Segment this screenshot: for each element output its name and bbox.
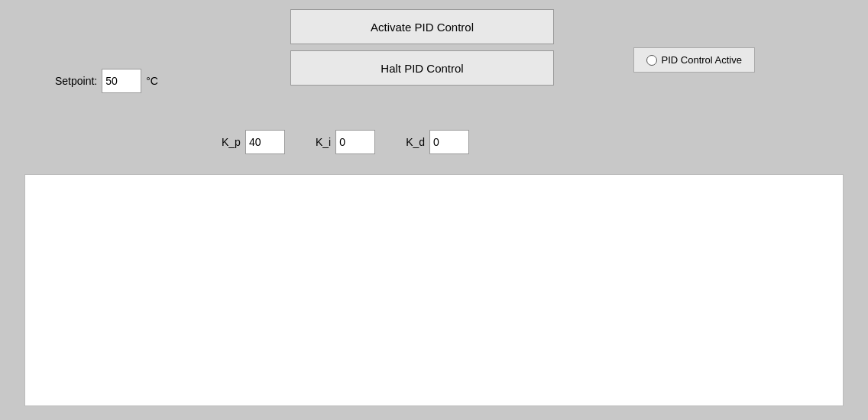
halt-pid-button[interactable]: Halt PID Control bbox=[290, 50, 554, 86]
radio-icon bbox=[646, 55, 657, 66]
pid-status-indicator: PID Control Active bbox=[633, 47, 756, 73]
kd-group: K_d bbox=[406, 130, 469, 154]
setpoint-label: Setpoint: bbox=[55, 75, 97, 87]
ki-label: K_i bbox=[316, 136, 331, 148]
kd-label: K_d bbox=[406, 136, 425, 148]
kd-input[interactable] bbox=[429, 130, 469, 154]
setpoint-input[interactable] bbox=[102, 69, 141, 93]
kp-input[interactable] bbox=[245, 130, 285, 154]
ki-input[interactable] bbox=[335, 130, 375, 154]
chart-area bbox=[24, 174, 844, 406]
unit-label: °C bbox=[146, 75, 158, 87]
ki-group: K_i bbox=[316, 130, 375, 154]
pid-gains-area: K_p K_i K_d bbox=[222, 130, 469, 154]
kp-label: K_p bbox=[222, 136, 241, 148]
setpoint-area: Setpoint: °C bbox=[55, 69, 158, 93]
pid-status-label: PID Control Active bbox=[662, 54, 743, 66]
activate-pid-button[interactable]: Activate PID Control bbox=[290, 9, 554, 44]
kp-group: K_p bbox=[222, 130, 285, 154]
